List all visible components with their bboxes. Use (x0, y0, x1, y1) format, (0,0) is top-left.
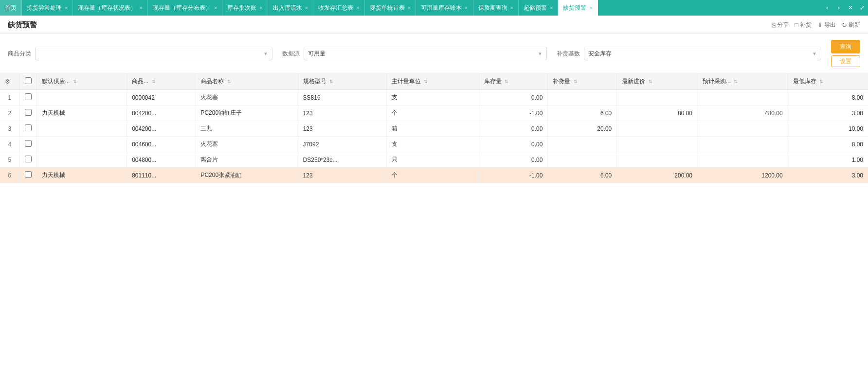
product-category-select[interactable]: ▼ (35, 47, 272, 60)
tab-close-all-btn[interactable]: ✕ (845, 4, 856, 11)
tab-maximize-btn[interactable]: ⤢ (856, 4, 868, 11)
row-checkbox-cell[interactable] (19, 168, 36, 183)
close-batch-account-tab[interactable]: × (259, 5, 262, 11)
row-unit-cell: 个 (386, 106, 479, 121)
row-checkbox[interactable] (25, 140, 32, 147)
replenish-basis-label: 补货基数 (557, 50, 580, 58)
close-inventory-status-tab[interactable]: × (139, 5, 142, 11)
tab-exception[interactable]: 拣货异常处理 × (22, 0, 73, 16)
share-button[interactable]: ⎘ 分享 (772, 21, 789, 29)
close-shortage-tab[interactable]: × (589, 5, 592, 11)
row-checkbox-cell[interactable] (19, 152, 36, 168)
tab-next-btn[interactable]: › (833, 4, 845, 11)
tab-batch-account[interactable]: 库存批次账 × (222, 0, 268, 16)
row-product-code-cell: 801110... (127, 168, 196, 183)
chevron-down-icon-3: ▼ (812, 51, 817, 56)
tab-shortage[interactable]: 缺货预警 × (558, 0, 597, 16)
tab-collect-summary[interactable]: 收发存汇总表 × (313, 0, 364, 16)
row-product-code-cell: 004800... (127, 152, 196, 168)
tab-inventory-dist[interactable]: 现存量（库存分布表） × (148, 0, 222, 16)
close-overstock-tab[interactable]: × (550, 5, 553, 11)
row-replenish-qty-cell: 6.00 (548, 106, 617, 121)
row-checkbox[interactable] (25, 124, 32, 131)
share-icon: ⎘ (772, 21, 776, 29)
row-min-stock-cell: 3.00 (788, 106, 868, 121)
row-unit-cell: 箱 (386, 121, 479, 137)
sort-default-supplier-icon[interactable]: ⇅ (73, 79, 77, 84)
sort-replenish-qty-icon[interactable]: ⇅ (574, 79, 578, 84)
col-gear: ⚙ (0, 73, 19, 90)
replenish-basis-value: 安全库存 (588, 50, 612, 58)
row-stock-qty-cell: 0.00 (479, 121, 548, 137)
row-spec-cell: 123 (298, 168, 386, 183)
row-checkbox[interactable] (25, 109, 32, 116)
row-num-cell: 1 (0, 90, 19, 106)
sort-estimated-purchase-icon[interactable]: ⇅ (734, 79, 738, 84)
close-exception-tab[interactable]: × (65, 5, 68, 11)
table-row: 1 0000042 火花塞 SS816 支 0.00 8.00 (0, 90, 868, 106)
tab-inventory-status[interactable]: 现存量（库存状况表） × (73, 0, 147, 16)
row-min-stock-cell: 10.00 (788, 121, 868, 137)
row-supplier-cell (36, 90, 127, 106)
replenish-icon: □ (795, 21, 798, 29)
data-source-select[interactable]: 可用量 ▼ (304, 47, 547, 60)
sort-stock-qty-icon[interactable]: ⇅ (505, 79, 508, 84)
row-checkbox[interactable] (25, 93, 32, 100)
close-expiry-query-tab[interactable]: × (510, 5, 513, 11)
select-all-checkbox[interactable] (25, 77, 32, 84)
refresh-button[interactable]: ↻ 刷新 (842, 21, 860, 29)
row-checkbox-cell[interactable] (19, 121, 36, 137)
row-checkbox-cell[interactable] (19, 137, 36, 152)
data-source-label: 数据源 (282, 50, 300, 58)
close-available-book-tab[interactable]: × (465, 5, 468, 11)
tab-prev-btn[interactable]: ‹ (821, 4, 833, 11)
row-estimated-purchase-cell (698, 90, 788, 106)
sort-latest-price-icon[interactable]: ⇅ (649, 79, 652, 84)
tab-inout-flow[interactable]: 出入库流水 × (268, 0, 313, 16)
row-stock-qty-cell: 0.00 (479, 152, 548, 168)
row-supplier-cell (36, 137, 127, 152)
table-row: 5 004800... 离合片 DS250*23c... 只 0.00 1.00 (0, 152, 868, 168)
row-estimated-purchase-cell (698, 152, 788, 168)
sort-unit-icon[interactable]: ⇅ (424, 79, 428, 84)
export-icon: ⇧ (817, 21, 823, 29)
tab-order-stat[interactable]: 要货单统计表 × (365, 0, 416, 16)
col-stock-qty: 库存量 ⇅ (479, 73, 548, 90)
tab-expiry-query[interactable]: 保质期查询 × (473, 0, 519, 16)
row-stock-qty-cell: 0.00 (479, 90, 548, 106)
settings-button[interactable]: 设置 (831, 55, 860, 67)
tab-bar: 首页 拣货异常处理 × 现存量（库存状况表） × 现存量（库存分布表） × 库存… (0, 0, 868, 16)
replenish-basis-select[interactable]: 安全库存 ▼ (584, 47, 821, 60)
filter-actions: 查询 设置 (831, 40, 860, 67)
row-checkbox[interactable] (25, 156, 32, 162)
row-checkbox[interactable] (25, 171, 32, 178)
sort-product-name-icon[interactable]: ⇅ (227, 79, 231, 84)
tab-available-book[interactable]: 可用量库存账本 × (416, 0, 473, 16)
table-body: 1 0000042 火花塞 SS816 支 0.00 8.00 2 力天机械 0… (0, 90, 868, 183)
replenish-button[interactable]: □ 补货 (795, 21, 812, 29)
product-category-label: 商品分类 (8, 50, 31, 58)
close-inout-flow-tab[interactable]: × (305, 5, 308, 11)
row-replenish-qty-cell: 6.00 (548, 168, 617, 183)
row-latest-price-cell (617, 137, 698, 152)
row-estimated-purchase-cell (698, 121, 788, 137)
row-stock-qty-cell: -1.00 (479, 106, 548, 121)
row-product-code-cell: 004200... (127, 121, 196, 137)
close-collect-summary-tab[interactable]: × (356, 5, 359, 11)
tab-overstock[interactable]: 超储预警 × (519, 0, 558, 16)
column-settings-icon[interactable]: ⚙ (5, 78, 10, 85)
col-replenish-qty: 补货量 ⇅ (548, 73, 617, 90)
table-row: 2 力天机械 004200... PC200油缸庄子 123 个 -1.00 6… (0, 106, 868, 121)
sort-min-stock-icon[interactable]: ⇅ (819, 79, 823, 84)
close-inventory-dist-tab[interactable]: × (214, 5, 217, 11)
chevron-down-icon: ▼ (263, 51, 268, 56)
query-button[interactable]: 查询 (831, 40, 860, 53)
close-order-stat-tab[interactable]: × (408, 5, 411, 11)
row-checkbox-cell[interactable] (19, 90, 36, 106)
row-checkbox-cell[interactable] (19, 106, 36, 121)
export-button[interactable]: ⇧ 导出 (817, 21, 836, 29)
sort-spec-icon[interactable]: ⇅ (329, 79, 333, 84)
tab-home[interactable]: 首页 (0, 0, 22, 16)
row-product-code-cell: 004600... (127, 137, 196, 152)
sort-product-code-icon[interactable]: ⇅ (152, 79, 156, 84)
